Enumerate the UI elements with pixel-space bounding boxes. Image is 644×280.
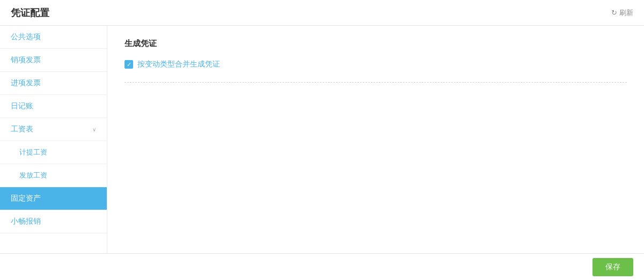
- checkbox-row[interactable]: ✓ 按变动类型合并生成凭证: [125, 60, 627, 69]
- save-button[interactable]: 保存: [592, 258, 633, 276]
- merge-checkbox-label[interactable]: 按变动类型合并生成凭证: [137, 60, 220, 69]
- refresh-button[interactable]: ↻ 刷新: [611, 8, 633, 18]
- sidebar: 公共选项销项发票进项发票日记账工资表∨计提工资发放工资固定资产小畅报销: [0, 26, 107, 253]
- refresh-icon: ↻: [611, 9, 617, 17]
- sidebar-item-label-journal: 日记账: [11, 101, 33, 111]
- sidebar-item-public-options[interactable]: 公共选项: [0, 26, 107, 49]
- header: 凭证配置 ↻ 刷新: [0, 0, 644, 26]
- page-title: 凭证配置: [11, 6, 49, 19]
- sidebar-item-label-salary-pay: 发放工资: [19, 171, 47, 180]
- sidebar-item-fixed-assets[interactable]: 固定资产: [0, 187, 107, 210]
- sidebar-item-label-salary-accrual: 计提工资: [19, 148, 47, 157]
- main-content: 生成凭证 ✓ 按变动类型合并生成凭证: [107, 26, 644, 253]
- sidebar-item-salary-pay[interactable]: 发放工资: [0, 164, 107, 187]
- app-container: 凭证配置 ↻ 刷新 公共选项销项发票进项发票日记账工资表∨计提工资发放工资固定资…: [0, 0, 644, 280]
- sidebar-item-sales-invoice[interactable]: 销项发票: [0, 49, 107, 72]
- checkmark-icon: ✓: [127, 62, 131, 68]
- chevron-down-icon: ∨: [92, 127, 96, 132]
- sidebar-item-label-public-options: 公共选项: [11, 32, 41, 42]
- sidebar-item-label-sales-invoice: 销项发票: [11, 55, 41, 65]
- sidebar-item-label-fixed-assets: 固定资产: [11, 194, 41, 203]
- merge-checkbox[interactable]: ✓: [125, 60, 133, 69]
- body: 公共选项销项发票进项发票日记账工资表∨计提工资发放工资固定资产小畅报销 生成凭证…: [0, 26, 644, 253]
- sidebar-item-expense-report[interactable]: 小畅报销: [0, 210, 107, 233]
- sidebar-item-label-expense-report: 小畅报销: [11, 217, 41, 226]
- sidebar-item-salary-accrual[interactable]: 计提工资: [0, 141, 107, 164]
- footer: 保存: [0, 253, 644, 280]
- sidebar-item-journal[interactable]: 日记账: [0, 95, 107, 118]
- refresh-label: 刷新: [619, 8, 633, 18]
- sidebar-item-payroll-table[interactable]: 工资表∨: [0, 118, 107, 141]
- sidebar-item-label-payroll-table: 工资表: [11, 124, 33, 134]
- sidebar-item-label-purchase-invoice: 进项发票: [11, 78, 41, 88]
- section-title: 生成凭证: [125, 39, 627, 49]
- section-divider: [125, 82, 627, 83]
- sidebar-item-purchase-invoice[interactable]: 进项发票: [0, 72, 107, 95]
